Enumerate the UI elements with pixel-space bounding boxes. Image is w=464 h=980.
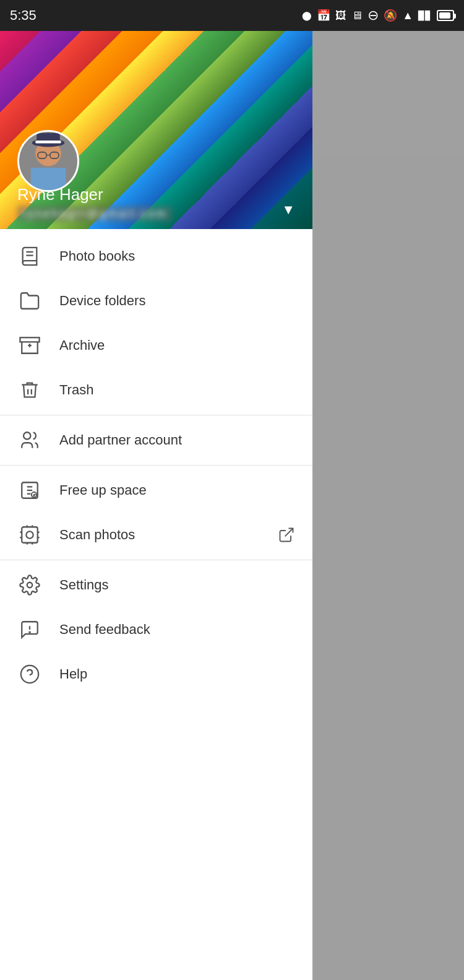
sidebar-item-settings[interactable]: Settings xyxy=(0,563,312,607)
bell-off-icon: 🔕 xyxy=(384,9,397,22)
desktop-icon: 🖥 xyxy=(351,9,363,22)
settings-label: Settings xyxy=(59,577,109,593)
sidebar-item-device-folders[interactable]: Device folders xyxy=(0,279,312,323)
svg-rect-3 xyxy=(35,141,61,144)
send-feedback-label: Send feedback xyxy=(59,622,150,638)
svg-point-23 xyxy=(21,666,38,683)
sidebar-item-archive[interactable]: Archive xyxy=(0,323,312,368)
sidebar-item-send-feedback[interactable]: Send feedback xyxy=(0,607,312,652)
svg-point-14 xyxy=(24,432,30,439)
sidebar-drawer: Ryne Hager rynehagrr@gmail.com ▼ Photo b… xyxy=(0,31,312,980)
partner-icon xyxy=(17,428,42,453)
wifi-icon: ▲ xyxy=(402,9,413,22)
battery-icon xyxy=(437,10,454,21)
svg-rect-11 xyxy=(20,337,39,342)
help-label: Help xyxy=(59,666,87,682)
scan-photos-label: Scan photos xyxy=(59,527,135,543)
external-link-icon xyxy=(278,526,295,544)
svg-rect-8 xyxy=(31,168,66,185)
status-icons: ⬤ 📅 🖼 🖥 ⊖ 🔕 ▲ ▉▊ xyxy=(302,7,454,24)
scan-icon xyxy=(17,523,42,547)
avatar xyxy=(17,130,79,192)
sidebar-item-trash[interactable]: Trash xyxy=(0,368,312,412)
image-icon: 🖼 xyxy=(335,9,346,22)
menu-section-main: Photo books Device folders Archive xyxy=(0,229,312,701)
free-up-space-label: Free up space xyxy=(59,482,147,498)
svg-point-20 xyxy=(27,583,33,588)
sidebar-item-scan-photos[interactable]: Scan photos xyxy=(0,513,312,557)
status-bar: 5:35 ⬤ 📅 🖼 🖥 ⊖ 🔕 ▲ ▉▊ xyxy=(0,0,464,31)
sidebar-item-add-partner[interactable]: Add partner account xyxy=(0,418,312,462)
sidebar-item-free-up-space[interactable]: Free up space xyxy=(0,468,312,513)
svg-point-22 xyxy=(29,632,30,633)
help-icon xyxy=(17,662,42,687)
divider-1 xyxy=(0,415,312,415)
add-partner-label: Add partner account xyxy=(59,432,182,448)
right-panel-bg: Weekend poll: What do you thi... × The L… xyxy=(309,31,464,980)
sidebar-item-photo-books[interactable]: Photo books xyxy=(0,234,312,279)
trash-label: Trash xyxy=(59,382,93,398)
trash-icon xyxy=(17,378,42,402)
sidebar-item-help[interactable]: Help xyxy=(0,652,312,696)
free-space-icon xyxy=(17,478,42,503)
signal-icon: ▉▊ xyxy=(418,11,432,20)
gear-icon xyxy=(17,573,42,597)
notification-dot-icon: ⬤ xyxy=(302,11,312,20)
folder-icon xyxy=(17,288,42,313)
svg-line-19 xyxy=(285,529,293,537)
profile-header[interactable]: Ryne Hager rynehagrr@gmail.com ▼ xyxy=(0,31,312,229)
divider-2 xyxy=(0,465,312,466)
calendar-icon: 📅 xyxy=(317,9,330,22)
photo-books-label: Photo books xyxy=(59,248,135,264)
divider-3 xyxy=(0,560,312,560)
feedback-icon xyxy=(17,617,42,642)
minus-circle-icon: ⊖ xyxy=(367,7,379,24)
dropdown-arrow-icon[interactable]: ▼ xyxy=(281,202,295,218)
archive-label: Archive xyxy=(59,337,105,353)
archive-icon xyxy=(17,333,42,358)
book-icon xyxy=(17,244,42,269)
svg-point-18 xyxy=(26,531,33,538)
profile-name: Ryne Hager xyxy=(17,185,103,204)
device-folders-label: Device folders xyxy=(59,293,145,309)
svg-rect-17 xyxy=(22,527,38,543)
profile-email: rynehagrr@gmail.com xyxy=(17,206,172,222)
status-time: 5:35 xyxy=(10,7,37,24)
